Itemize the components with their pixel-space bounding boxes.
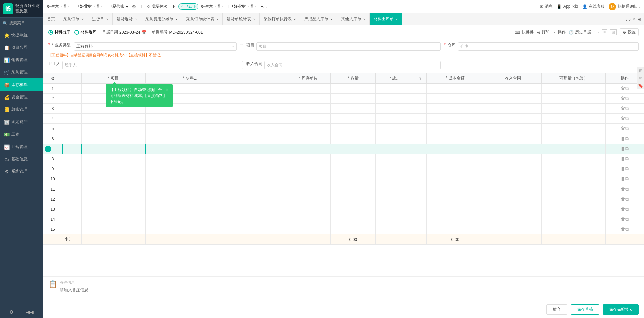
topbar-link-more[interactable]: +… [261,4,267,9]
project-more[interactable]: ··· [436,45,438,48]
topbar-link-good-biz3[interactable]: 好生意（普） [201,4,225,9]
save-draft-button[interactable]: 保存草稿 [571,304,599,315]
delete-row-btn[interactable]: 🗑 [621,136,625,141]
btn-settings[interactable]: ⚙ 设置 [620,28,639,36]
handler-more[interactable]: ··· [238,63,240,67]
tab-close-goods-stats[interactable]: × [253,17,255,21]
settings-icon[interactable]: ⚙ [9,309,14,315]
sidebar-item-assets[interactable]: 🏢 固定资产 [0,116,43,128]
sidebar-item-salary[interactable]: 💵 工资 [0,128,43,141]
tooltip-close-icon[interactable]: ✕ [165,87,169,93]
tab-close-goods-return[interactable]: × [135,17,137,21]
tab-product-in[interactable]: 产成品入库单× [300,13,337,25]
delete-row-btn[interactable]: 🗑 [621,196,625,202]
radio-material-back[interactable]: 材料退库 [74,29,97,35]
copy-row-btn[interactable]: ⧉ [625,126,629,131]
tab-close-purchase-fee[interactable]: × [175,17,177,21]
delete-row-btn[interactable]: 🗑 [621,166,625,171]
delete-row-btn[interactable]: 🗑 [621,226,625,232]
topbar-link-good-biz[interactable]: 好生意（普） [47,4,71,9]
tab-prev-icon[interactable]: ‹ [625,17,627,22]
sidebar-item-basic[interactable]: 🗂 基础信息 [0,153,43,165]
sidebar-search[interactable]: 🔍 搜索菜单 [0,18,43,29]
tab-goods-in[interactable]: 进货单× [88,13,112,25]
sidebar-shortcut[interactable]: ⭐ 快捷导航 [0,29,43,41]
copy-row-btn[interactable]: ⧉ [625,176,629,182]
topbar-link-proxy[interactable]: +易代账 ▼ [110,4,129,9]
warehouse-input[interactable]: 仓库 ··· [458,42,639,51]
tab-next-icon[interactable]: › [629,17,631,22]
sidebar-item-project[interactable]: 📋 项目合同 [0,41,43,54]
dropdown-dots[interactable]: ··· [231,45,234,48]
copy-row-btn[interactable]: ⧉ [625,226,629,232]
delete-row-btn[interactable]: 🗑 [621,86,625,91]
tab-close-material-out[interactable]: × [396,17,398,21]
copy-row-btn[interactable]: ⧉ [625,106,629,111]
tab-purchase-fee[interactable]: 采购费用分摊单× [141,13,182,25]
tab-close-all-icon[interactable]: × [633,17,635,22]
project-input[interactable]: 项目 ··· [256,42,441,51]
delete-row-btn[interactable]: 🗑 [621,176,625,181]
copy-row-btn[interactable]: ⧉ [625,166,629,172]
save-new-button[interactable]: 保存&新增 ∧ [603,304,639,315]
delete-row-btn[interactable]: 🗑 [621,126,625,131]
sidebar-item-finance[interactable]: 💰 资金管理 [0,91,43,103]
delete-row-btn[interactable]: 🗑 [621,216,625,222]
delete-row-btn[interactable]: 🗑 [621,116,625,121]
copy-row-btn[interactable]: ⧉ [625,116,629,121]
topbar-link-good-biz2[interactable]: +好业财（普） [77,4,104,9]
delete-row-btn[interactable]: 🗑 [621,206,625,212]
tab-close-other-in[interactable]: × [363,17,365,21]
business-type-input[interactable]: 工程领料 ··· [74,42,237,51]
tab-material-out[interactable]: 材料出库单× [370,13,402,25]
copy-row-btn[interactable]: ⧉ [625,136,629,142]
copy-row-btn[interactable]: ⧉ [625,216,629,222]
add-row-btn[interactable]: + [45,146,51,152]
copy-row-btn[interactable]: ⧉ [625,86,629,91]
delete-row-btn[interactable]: 🗑 [621,146,625,151]
warehouse-more[interactable]: ··· [634,45,636,48]
topbar-link-good-biz4[interactable]: +好业财（普） [231,4,258,9]
sidebar-item-system[interactable]: ⚙ 系统管理 [0,165,43,178]
copy-row-btn[interactable]: ⧉ [625,196,629,202]
tab-purchase-exec[interactable]: 采购订单执行表× [260,13,300,25]
remarks-input[interactable] [60,286,261,298]
tab-close-purchase-stats[interactable]: × [216,17,218,21]
btn-print[interactable]: 🖨 打印 [536,29,550,35]
topbar-service[interactable]: 👤 在线客服 [582,4,605,9]
delete-row-btn[interactable]: 🗑 [621,186,625,192]
sidebar-item-purchase[interactable]: 🛒 采购管理 [0,66,43,78]
col-gear[interactable]: ⚙ [43,73,62,84]
sidebar-item-ops[interactable]: 📈 经营管理 [0,141,43,153]
sidebar-item-ledger[interactable]: 📒 总账管理 [0,103,43,116]
copy-row-btn[interactable]: ⧉ [625,146,629,152]
tab-home[interactable]: 首页 [43,13,59,25]
btn-history[interactable]: 🕐 历史单据 [569,29,591,35]
btn-shortcuts[interactable]: ⌨ 快键键 [515,29,534,35]
business-type-more[interactable]: ··· [240,42,243,46]
table-add-row[interactable]: + 🗑⧉ [43,144,644,154]
copy-row-btn[interactable]: ⧉ [625,206,629,212]
right-panel-icon-1[interactable]: ⊞ [639,68,642,73]
btn-ops[interactable]: ⋮ 操作 [552,29,566,35]
topbar-user[interactable]: 畅 畅捷通8账… [609,3,640,10]
view-toggle-2[interactable]: ⊞ [610,29,617,35]
copy-row-btn[interactable]: ⧉ [625,156,629,162]
topbar-app-download[interactable]: 📱 App下载 [557,4,578,9]
copy-row-btn[interactable]: ⧉ [625,186,629,192]
right-panel-icon-2[interactable]: ✏ [639,76,642,81]
delete-row-btn[interactable]: 🗑 [621,156,625,161]
copy-row-btn[interactable]: ⧉ [625,96,629,101]
right-panel-icon-3[interactable]: 🔖 [638,83,643,88]
radio-material-out[interactable]: 材料出库 [48,29,70,35]
tab-close-product-in[interactable]: × [330,17,332,21]
sidebar-item-sales[interactable]: 📊 销售管理 [0,54,43,66]
income-contract-input[interactable]: 收入合同 ··· [264,61,441,69]
tab-purchase-stats[interactable]: 采购订单统计表× [182,13,223,25]
delete-row-btn[interactable]: 🗑 [621,106,625,111]
sidebar-item-inventory[interactable]: 📦 库存核算 [0,78,43,91]
topbar-message[interactable]: ✉ 消息 [540,4,553,9]
topbar-experience[interactable]: ☺ 我要体验一下 [147,4,176,9]
tab-other-in[interactable]: 其他入库单× [337,13,370,25]
calendar-icon[interactable]: 📅 [141,30,146,35]
